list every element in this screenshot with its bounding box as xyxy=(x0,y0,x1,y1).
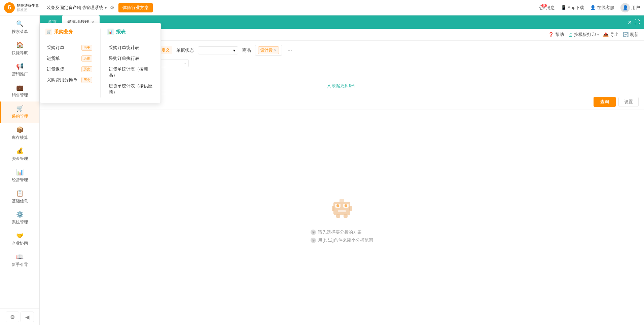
sidebar-label-guide: 新手引导 xyxy=(12,262,28,268)
system-title: 装备及固定资产辅助管理系统 xyxy=(46,5,103,11)
print-label: 按模板打印 xyxy=(574,32,596,38)
menu-item-purchase-order[interactable]: 采购订单 历史 xyxy=(45,42,94,53)
print-action[interactable]: 🖨 按模板打印 ▾ xyxy=(568,32,599,38)
refresh-action[interactable]: 🔄 刷新 xyxy=(623,32,639,38)
menu-item-receipt-stat-goods[interactable]: 进货单统计表（按商品） xyxy=(107,64,155,81)
online-service-label: 在线客服 xyxy=(597,5,614,11)
sidebar-item-fund[interactable]: 💰 资金管理 xyxy=(0,144,39,165)
export-label: 导出 xyxy=(610,32,619,38)
menu-item-receipt-stat-supplier[interactable]: 进货单统计表（按供应商） xyxy=(107,81,155,97)
sidebar-label-operation: 经营管理 xyxy=(12,177,28,183)
user-label: 用户 xyxy=(631,5,640,11)
menu-item-label: 进货单统计表（按供应商） xyxy=(109,83,154,95)
sidebar-item-quick-nav[interactable]: 🏠 快捷导航 xyxy=(0,38,39,59)
query-button[interactable]: 查询 xyxy=(594,97,616,107)
tabbar-close-icon[interactable]: ✕ xyxy=(628,19,632,26)
service-icon: 👤 xyxy=(590,5,596,10)
online-service-item[interactable]: 👤 在线客服 xyxy=(590,5,614,11)
search-icon: 🔍 xyxy=(16,20,24,28)
fund-icon: 💰 xyxy=(16,147,24,155)
menu-item-label: 采购费用分摊单 xyxy=(47,77,77,83)
sidebar-label-cooperation: 企业协同 xyxy=(12,241,28,246)
svg-rect-5 xyxy=(349,206,352,211)
status-select[interactable]: ▾ xyxy=(198,46,238,54)
svg-point-9 xyxy=(345,204,347,207)
refresh-icon: 🔄 xyxy=(623,32,629,37)
purchase-dropdown-menu: 🛒 采购业务 采购订单 历史 进货单 历史 进货退货 历史 采购费用分摊单 历史… xyxy=(40,23,161,103)
sidebar-item-guide[interactable]: 📖 新手引导 xyxy=(0,250,39,271)
message-badge-wrap: 💬 9 xyxy=(539,5,545,10)
app-download-item[interactable]: 📱 App下载 xyxy=(561,5,584,11)
sidebar-label-purchase: 采购管理 xyxy=(12,114,28,119)
app-download-label: App下载 xyxy=(568,5,584,11)
menu-item-badge: 历史 xyxy=(81,77,92,83)
sales-icon: 💼 xyxy=(16,84,24,91)
sidebar-collapse-btn[interactable]: ◀ xyxy=(21,312,34,322)
sidebar-item-inventory[interactable]: 📦 库存核算 xyxy=(0,123,39,144)
inventory-icon: 📦 xyxy=(16,126,24,133)
sidebar-label-base-info: 基础信息 xyxy=(12,198,28,204)
menu-item-label: 采购订单 xyxy=(47,45,64,51)
svg-rect-3 xyxy=(338,210,346,212)
purchase-col: 🛒 采购业务 采购订单 历史 进货单 历史 进货退货 历史 采购费用分摊单 历史 xyxy=(45,29,94,97)
user-item[interactable]: 👤 用户 xyxy=(620,3,640,12)
print-dropdown-icon: ▾ xyxy=(597,33,599,37)
sidebar-item-cooperation[interactable]: 🤝 企业协同 xyxy=(0,229,39,250)
sidebar-label-search: 搜索菜单 xyxy=(12,29,28,35)
svg-rect-10 xyxy=(339,199,344,202)
help-action[interactable]: ❓ 帮助 xyxy=(548,32,564,38)
logo-line1: 畅捷通好生意 xyxy=(17,3,39,8)
export-action[interactable]: 📤 导出 xyxy=(603,32,619,38)
goods-label: 商品 xyxy=(242,47,251,53)
settings-button[interactable]: 设置 xyxy=(618,97,639,107)
menu-item-purchase-order-exec[interactable]: 采购订单执行表 xyxy=(107,53,155,64)
message-item[interactable]: 💬 9 消息 xyxy=(539,5,555,11)
report-col: 📊 报表 采购订单统计表 采购订单执行表 进货单统计表（按商品） 进货单统计表（… xyxy=(107,29,155,97)
tabbar-actions: ✕ ⛶ xyxy=(628,19,640,26)
empty-tips: ① 请先选择要分析的方案 ② 用[过滤]条件来缩小分析范围 xyxy=(311,229,373,243)
sidebar-item-sales[interactable]: 💼 销售管理 xyxy=(0,80,39,101)
phone-icon: 📱 xyxy=(561,5,566,10)
status-select-arrow: ▾ xyxy=(233,48,235,53)
sidebar: 🔍 搜索菜单 🏠 快捷导航 📢 营销推广 💼 销售管理 🛒 采购管理 📦 库存核… xyxy=(0,15,40,325)
menu-item-label: 采购订单统计表 xyxy=(109,45,139,51)
sidebar-settings-btn[interactable]: ⚙ xyxy=(6,312,19,322)
system-dropdown-icon[interactable]: ▾ xyxy=(105,5,107,10)
menu-item-purchase-order-stat[interactable]: 采购订单统计表 xyxy=(107,42,155,53)
sidebar-item-operation[interactable]: 📊 经营管理 xyxy=(0,165,39,186)
base-info-icon: 📋 xyxy=(16,190,24,197)
system-icon: ⚙️ xyxy=(16,211,24,218)
menu-item-badge: 历史 xyxy=(81,45,92,51)
empty-tip-1: ① 请先选择要分析的方案 xyxy=(311,229,373,235)
menu-item-expense[interactable]: 采购费用分摊单 历史 xyxy=(45,75,94,85)
sidebar-item-base-info[interactable]: 📋 基础信息 xyxy=(0,186,39,207)
message-badge: 9 xyxy=(541,4,547,7)
sidebar-item-purchase[interactable]: 🛒 采购管理 xyxy=(0,101,39,123)
sidebar-item-search[interactable]: 🔍 搜索菜单 xyxy=(0,17,39,38)
tabbar-expand-icon[interactable]: ⛶ xyxy=(635,19,640,25)
industry-btn[interactable]: 体验行业方案 xyxy=(118,3,153,12)
sidebar-item-marketing[interactable]: 📢 营销推广 xyxy=(0,59,39,80)
empty-tip-2: ② 用[过滤]条件来缩小分析范围 xyxy=(311,237,373,243)
goods-more-dots[interactable]: ··· xyxy=(287,47,292,53)
operation-icon: 📊 xyxy=(16,168,24,176)
logo-char: 6 xyxy=(8,4,11,11)
sidebar-item-system[interactable]: ⚙️ 系统管理 xyxy=(0,207,39,229)
purchase-col-icon: 🛒 xyxy=(45,29,52,35)
menu-item-return[interactable]: 进货退货 历史 xyxy=(45,64,94,75)
avatar: 👤 xyxy=(620,3,630,12)
purchase-icon: 🛒 xyxy=(16,105,24,112)
goods-tag-close[interactable]: ✕ xyxy=(274,48,277,52)
menu-item-label: 进货退货 xyxy=(47,66,64,72)
svg-rect-6 xyxy=(336,214,340,218)
help-icon: ❓ xyxy=(548,32,554,37)
goods-select[interactable]: 设计费 ✕ xyxy=(255,45,282,56)
system-gear-icon[interactable]: ⚙ xyxy=(110,4,114,11)
menu-item-receipt[interactable]: 进货单 历史 xyxy=(45,53,94,64)
menu-item-label: 采购订单执行表 xyxy=(109,55,139,62)
status-label: 单据状态 xyxy=(176,47,194,53)
empty-illustration xyxy=(325,192,359,225)
refresh-label: 刷新 xyxy=(630,32,639,38)
logo-icon: 6 xyxy=(4,2,15,13)
guide-icon: 📖 xyxy=(16,253,24,260)
